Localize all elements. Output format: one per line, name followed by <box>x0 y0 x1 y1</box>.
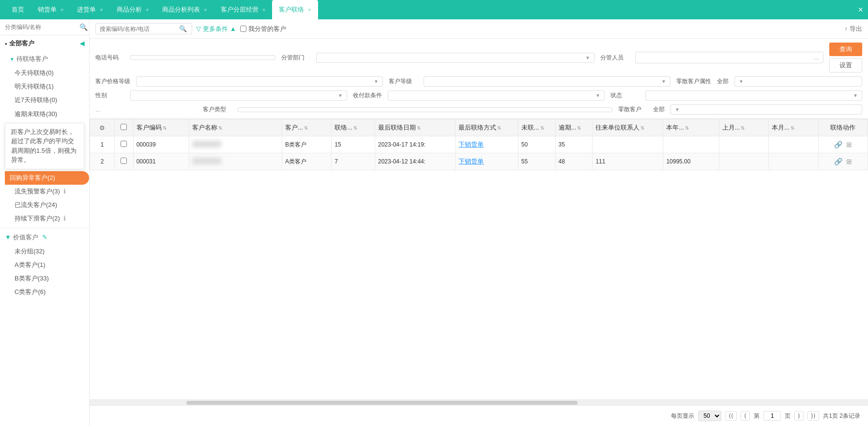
search-input[interactable] <box>100 26 177 32</box>
row-uncontact: 55 <box>518 153 555 170</box>
lost-risk[interactable]: 流失预警客户(3) ℹ <box>0 185 89 198</box>
price-level-select[interactable]: ▼ <box>136 76 383 87</box>
close-icon[interactable]: × <box>262 7 265 13</box>
pending-today[interactable]: 今天待联络(0) <box>0 66 89 80</box>
sort-icon[interactable]: ⇅ <box>497 125 501 131</box>
pending-group-title[interactable]: ▼ 待联络客户 <box>0 52 89 66</box>
link-action-icon[interactable]: 🔗 <box>834 141 842 148</box>
sort-icon[interactable]: ⇅ <box>577 125 581 131</box>
manager-select[interactable]: … <box>635 52 823 63</box>
my-customer-checkbox[interactable] <box>240 26 246 32</box>
value-group-title[interactable]: ▼ 价值客户 ✎ <box>0 230 89 245</box>
tab-customer-layering[interactable]: 客户分层经营 × <box>214 0 272 19</box>
row-checkbox[interactable] <box>121 158 127 164</box>
retail-attr-value: 全部 <box>717 77 729 86</box>
chevron-down-icon: ▼ <box>585 55 590 60</box>
col-header-unit: 往来单位联系人 <box>595 123 640 132</box>
close-icon[interactable]: × <box>204 7 207 13</box>
row-code: 000039 <box>133 136 189 153</box>
export-btn[interactable]: ↑ 导出 <box>845 25 863 33</box>
pending-tomorrow[interactable]: 明天待联络(1) <box>0 80 89 93</box>
value-a[interactable]: A类客户(1) <box>0 258 89 272</box>
pending-7days[interactable]: 近7天待联络(0) <box>0 93 89 107</box>
grid-action-icon[interactable]: ⊞ <box>846 141 852 148</box>
tab-customer-contact[interactable]: 客户联络 × <box>272 0 318 19</box>
close-icon[interactable]: × <box>61 7 63 13</box>
value-c[interactable]: C类客户(6) <box>0 285 89 299</box>
sort-icon[interactable]: ⇅ <box>218 125 222 131</box>
collapse-icon[interactable]: ◀ <box>80 40 84 47</box>
tab-product-analysis[interactable]: 商品分析 × <box>110 0 155 19</box>
tab-purchase-order[interactable]: 进货单 × <box>70 0 109 19</box>
row-this-year <box>663 136 719 153</box>
row-this-year: 10995.00 <box>663 153 719 170</box>
row-last-contact-method[interactable]: 下销货单 <box>456 153 518 170</box>
customer-type-select[interactable] <box>238 107 612 112</box>
all-customers-header[interactable]: ▪ 全部客户 ◀ <box>0 35 89 52</box>
filter-area: 电话号码 分管部门 ▼ 分管人员 … 查询 设置 <box>90 39 868 119</box>
retail-customer-select[interactable]: ▼ <box>670 104 862 115</box>
sort-icon[interactable]: ⇅ <box>540 125 544 131</box>
close-icon[interactable]: × <box>308 7 311 13</box>
first-page-btn[interactable]: ⟨⟨ <box>725 411 737 421</box>
tab-sales-order[interactable]: 销货单 × <box>31 0 70 19</box>
query-button[interactable]: 查询 <box>829 43 862 56</box>
row-last-contact-method[interactable]: 下销货单 <box>456 136 518 153</box>
row-unit-contact <box>593 136 663 153</box>
phone-label: 电话号码 <box>95 54 124 62</box>
next-page-btn[interactable]: ⟩ <box>794 411 804 421</box>
grid-action-icon[interactable]: ⊞ <box>846 158 852 165</box>
customer-level-select[interactable]: ▼ <box>424 76 670 87</box>
my-customer-checkbox-label[interactable]: 我分管的客户 <box>240 25 286 33</box>
dept-label: 分管部门 <box>281 54 310 62</box>
close-icon[interactable]: × <box>146 7 149 13</box>
value-ungroup[interactable]: 未分组(32) <box>0 245 89 258</box>
row-name <box>189 153 282 170</box>
value-b[interactable]: B类客户(33) <box>0 272 89 285</box>
settings-button[interactable]: 设置 <box>829 58 862 73</box>
row-checkbox-cell[interactable] <box>115 136 133 153</box>
sort-icon[interactable]: ⇅ <box>304 125 308 131</box>
row-action[interactable]: 🔗 ⊞ <box>818 136 868 153</box>
search-box[interactable]: 🔍 <box>95 23 192 34</box>
last-page-btn[interactable]: ⟩⟩ <box>807 411 819 421</box>
dept-select[interactable]: ▼ <box>316 53 594 63</box>
row-last-contact-date: 2023-04-17 14:19: <box>375 136 455 153</box>
link-action-icon[interactable]: 🔗 <box>834 158 842 165</box>
row-checkbox-cell[interactable] <box>115 153 133 170</box>
status-select[interactable]: ▼ <box>645 90 862 101</box>
prev-page-btn[interactable]: ⟨ <box>741 411 750 421</box>
tab-home[interactable]: 首页 <box>5 0 31 19</box>
already-lost[interactable]: 已流失客户(24) <box>0 198 89 212</box>
sort-icon[interactable]: ⇅ <box>640 125 644 131</box>
close-icon[interactable]: × <box>100 7 103 13</box>
select-all-checkbox[interactable] <box>121 124 127 130</box>
tab-product-analysis-list[interactable]: 商品分析列表 × <box>155 0 213 19</box>
sidebar-search-input[interactable] <box>5 24 77 30</box>
continue-down[interactable]: 持续下滑客户(2) ℹ <box>0 212 89 225</box>
gender-select[interactable]: ▼ <box>130 90 347 101</box>
sort-icon[interactable]: ⇅ <box>685 125 689 131</box>
more-icon: … <box>813 54 819 61</box>
page-input[interactable] <box>763 411 781 421</box>
horizontal-scrollbar[interactable] <box>90 399 868 405</box>
table-row: 2 000031 A类客户 7 2023-04-12 14:44: 下销货单 5… <box>90 153 868 170</box>
pending-overdue[interactable]: 逾期未联络(30) <box>0 107 89 121</box>
repurchase-abnormal[interactable]: 回购异常客户(2) ℹ <box>5 171 89 185</box>
phone-input[interactable] <box>130 55 275 60</box>
more-filter-btn[interactable]: ▽ 更多条件 ▲ <box>196 25 236 33</box>
retail-attr-select[interactable]: ▼ <box>734 76 862 87</box>
sort-icon[interactable]: ⇅ <box>791 125 794 131</box>
table-settings-icon[interactable]: ⚙ <box>99 124 105 132</box>
window-close-icon[interactable]: × <box>858 5 863 15</box>
edit-icon[interactable]: ✎ <box>42 234 47 241</box>
row-checkbox[interactable] <box>121 141 127 147</box>
sort-icon[interactable]: ⇅ <box>353 125 357 131</box>
search-icon: 🔍 <box>79 23 88 31</box>
payment-select[interactable]: ▼ <box>388 90 605 101</box>
sort-icon[interactable]: ⇅ <box>417 125 421 131</box>
sort-icon[interactable]: ⇅ <box>163 125 167 131</box>
sort-icon[interactable]: ⇅ <box>741 125 745 131</box>
row-action[interactable]: 🔗 ⊞ <box>818 153 868 170</box>
per-page-select[interactable]: 50 <box>698 411 721 421</box>
